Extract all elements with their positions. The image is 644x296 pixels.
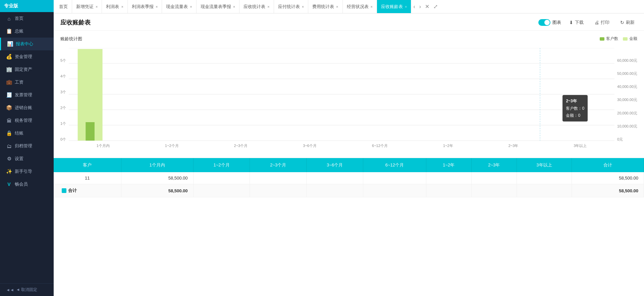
legend-customers-color (600, 37, 604, 41)
col-header-customer: 客户 (54, 158, 121, 172)
y-label: 2个 (60, 105, 66, 110)
download-icon: ⬇ (569, 20, 573, 25)
tab-next-button[interactable]: › (417, 4, 423, 10)
download-button[interactable]: ⬇ 下载 (567, 18, 586, 27)
page-content: 应收账龄表 图表 ⬇ 下载 🖨 打印 ↻ 刷新 (54, 13, 644, 296)
sidebar-item-label: 固定资产 (15, 66, 32, 72)
ledger-icon: 📋 (6, 28, 12, 34)
sidebar-item-label: 发票管理 (15, 92, 32, 98)
assets-icon: 🏢 (6, 66, 12, 72)
sidebar-item-label: 资金管理 (15, 54, 32, 60)
sidebar: 专业版 ⌂ 首页 📋 总账 📊 报表中心 💰 资金管理 🏢 固定资产 💼 工资 … (0, 0, 54, 296)
chart-area: 账龄统计图 客户数 金额 5个 4个 3个 2个 1个 (54, 31, 644, 158)
cell-customer: 11 (54, 172, 121, 184)
total-m36 (307, 184, 363, 197)
reports-icon: 📊 (7, 41, 13, 47)
sidebar-item-archive[interactable]: 🗂 归档管理 (0, 140, 54, 152)
app-logo: 专业版 (0, 0, 54, 12)
tab-ap-stats[interactable]: 应付统计表 × (274, 0, 308, 13)
total-m12 (193, 184, 250, 197)
tab-ar-aging[interactable]: 应收账龄表 × (377, 0, 411, 13)
total-y23 (471, 184, 517, 197)
vip-icon: V (6, 182, 12, 187)
print-label: 打印 (601, 19, 609, 26)
tab-prev-button[interactable]: ‹ (411, 4, 417, 10)
tab-close-icon[interactable]: × (267, 5, 269, 9)
tab-label: 应收统计表 (244, 4, 265, 10)
download-label: 下载 (575, 19, 584, 26)
tab-expense-stats[interactable]: 费用统计表 × (308, 0, 342, 13)
tab-close-icon[interactable]: × (336, 5, 338, 9)
legend-amount-color (623, 37, 628, 41)
refresh-button[interactable]: ↻ 刷新 (618, 18, 637, 27)
bar-chart-svg (69, 48, 614, 142)
tab-close-icon[interactable]: × (371, 5, 373, 9)
tab-profit-quarter[interactable]: 利润表季报 × (128, 0, 162, 13)
tab-label: 首页 (59, 4, 68, 10)
sidebar-item-invoice[interactable]: 🧾 发票管理 (0, 89, 54, 101)
tab-label: 应收账龄表 (381, 4, 403, 10)
sidebar-item-assets[interactable]: 🏢 固定资产 (0, 63, 54, 76)
chart-y-axis-left: 5个 4个 3个 2个 1个 0个 (60, 58, 69, 152)
col-header-y23: 2~3年 (471, 158, 517, 172)
chart-toggle-label: 图表 (552, 19, 561, 26)
sidebar-item-tax[interactable]: 🏛 税务管理 (0, 114, 54, 127)
unpin-sidebar-button[interactable]: ◄◄ ◄ 取消固定 (0, 283, 54, 296)
y-right-label: 30,000.00元 (617, 97, 637, 102)
header-actions: 图表 ⬇ 下载 🖨 打印 ↻ 刷新 (538, 18, 637, 27)
close-books-icon: 🔒 (6, 130, 12, 136)
sidebar-item-funds[interactable]: 💰 资金管理 (0, 50, 54, 63)
sidebar-item-label: 工资 (15, 79, 23, 85)
sidebar-item-label: 结账 (15, 130, 23, 136)
tab-label: 现金流量表 (166, 4, 188, 10)
sidebar-item-reports[interactable]: 📊 报表中心 (0, 38, 54, 50)
chart-wrapper: 5个 4个 3个 2个 1个 0个 (60, 45, 637, 152)
sidebar-item-ledger[interactable]: 📋 总账 (0, 25, 54, 38)
tab-new-voucher[interactable]: 新增凭证 × (72, 0, 102, 13)
tab-close-icon[interactable]: × (96, 5, 98, 9)
tab-label: 新增凭证 (76, 4, 94, 10)
sidebar-item-salary[interactable]: 💼 工资 (0, 76, 54, 89)
main-content: 首页 新增凭证 × 利润表 × 利润表季报 × 现金流量表 × 现金流量表季报 … (54, 0, 644, 296)
chart-x-labels: 1个月内 1~2个月 2~3个月 3~6个月 6~12个月 1~2年 2~3年 … (69, 142, 614, 148)
tab-cashflow-quarter[interactable]: 现金流量表季报 × (197, 0, 239, 13)
table-row: 11 58,500.00 58,500.00 (54, 172, 644, 184)
sidebar-item-close[interactable]: 🔒 结账 (0, 127, 54, 140)
sidebar-item-home[interactable]: ⌂ 首页 (0, 12, 54, 25)
chart-title: 账龄统计图 (60, 36, 637, 42)
y-label: 5个 (60, 58, 66, 63)
total-label: 合计 (56, 188, 118, 194)
x-label-7: 3年以上 (574, 143, 587, 148)
tab-close-icon[interactable]: × (233, 5, 235, 9)
tab-label: 经营状况表 (347, 4, 369, 10)
tab-business-status[interactable]: 经营状况表 × (343, 0, 377, 13)
x-label-0: 1个月内 (97, 143, 110, 148)
chart-toggle[interactable] (538, 19, 550, 26)
tab-close-icon[interactable]: × (405, 5, 407, 9)
y-label: 1个 (60, 121, 66, 126)
print-button[interactable]: 🖨 打印 (592, 18, 612, 27)
tab-cashflow[interactable]: 现金流量表 × (162, 0, 196, 13)
sidebar-item-label: 总账 (15, 28, 23, 34)
y-right-label: 50,000.00元 (617, 71, 637, 76)
sidebar-item-label: 首页 (15, 15, 23, 21)
tab-close-icon[interactable]: × (156, 5, 158, 9)
tab-expand-button[interactable]: ⤢ (431, 3, 440, 10)
x-label-5: 1~2年 (443, 143, 453, 148)
col-header-total: 合计 (572, 158, 644, 172)
tab-close-all-button[interactable]: ✕ (423, 3, 431, 10)
tab-close-icon[interactable]: × (302, 5, 304, 9)
refresh-label: 刷新 (626, 19, 635, 26)
legend-customers-label: 客户数 (606, 36, 618, 42)
col-header-m23: 2~3个月 (250, 158, 307, 172)
sidebar-item-inventory[interactable]: 📦 进销台账 (0, 101, 54, 114)
tab-close-icon[interactable]: × (190, 5, 192, 9)
tab-ar-stats[interactable]: 应收统计表 × (239, 0, 274, 13)
sidebar-item-guide[interactable]: ✨ 新手引导 (0, 165, 54, 178)
tab-profit[interactable]: 利润表 × (102, 0, 127, 13)
refresh-icon: ↻ (620, 20, 624, 25)
sidebar-item-vip[interactable]: V 畅会员 (0, 178, 54, 191)
sidebar-item-settings[interactable]: ⚙ 设置 (0, 152, 54, 165)
tab-close-icon[interactable]: × (121, 5, 123, 9)
tab-home[interactable]: 首页 (55, 0, 72, 13)
